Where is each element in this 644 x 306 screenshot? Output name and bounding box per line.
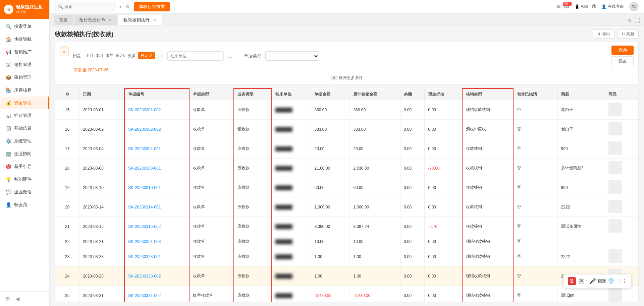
watermark-tshirt-icon[interactable]: 👕 xyxy=(608,278,614,285)
export-button[interactable]: ⬇ 导出 xyxy=(593,29,614,39)
cell-cancel-amount: 20.00 xyxy=(350,139,400,159)
refresh-button[interactable]: ↻ 刷新 xyxy=(617,29,639,39)
sidebar-item-search[interactable]: 🔍搜索菜单 xyxy=(0,20,49,33)
settings-bottom-icon[interactable]: ⚙ xyxy=(5,296,10,302)
doc-no-link[interactable]: SK-20230302-002 xyxy=(128,127,161,132)
tab-fullscreen-icon[interactable]: ⛶ xyxy=(635,18,640,24)
doc-no-link[interactable]: SK-20230315-002 xyxy=(128,224,161,229)
cell-balance: 0.00 xyxy=(400,217,425,236)
expand-line-right xyxy=(364,78,634,78)
doc-no-link[interactable]: SK-20230328-001 xyxy=(128,254,161,259)
logo-text: 畅康道好生意 xyxy=(16,4,42,10)
sidebar-item-guide[interactable]: 🎯新手引导 xyxy=(0,160,49,173)
doc-no-link[interactable]: SK-20230321-003 xyxy=(128,239,161,244)
filter-expand-row[interactable]: ∨ 展开更多条件 xyxy=(60,75,634,81)
cell-date: 2023-03-10 xyxy=(79,178,124,197)
topbar-gear-icon[interactable]: ⚙ xyxy=(125,3,130,10)
tab-prepay[interactable]: 预付款应付单 ✕ xyxy=(74,15,117,25)
doc-no-link[interactable]: SK-20230331-002 xyxy=(128,293,161,298)
cell-date: 2023-03-28 xyxy=(79,247,124,266)
cell-doc-no: SK-20230308-001 xyxy=(124,159,189,178)
sidebar-item-member[interactable]: 👤畅会员 xyxy=(0,198,49,211)
data-table-container: ⚙ 日期 单据编号 单据类型 业务类型 往来单位 单据金额 累计核销金额 余额 … xyxy=(55,88,639,302)
user-avatar[interactable]: Rit xyxy=(629,2,639,11)
cell-biz-type: 应收款 xyxy=(234,139,272,159)
counterparty-dots[interactable]: ... xyxy=(228,53,232,59)
sidebar-item-enterprise-coop[interactable]: 🏢企业协同 xyxy=(0,147,49,160)
cell-doc-no: SK-20230310-001 xyxy=(124,178,189,197)
cell-cancel-amount: 2,030.00 xyxy=(350,159,400,178)
doc-no-link[interactable]: SK-20230314-001 xyxy=(128,205,161,209)
sidebar-item-wechat[interactable]: 💬企业微信 xyxy=(0,186,49,198)
sales-icon: 🛒 xyxy=(5,62,11,68)
th-doc-no: 单据编号 xyxy=(124,88,189,100)
sidebar-item-inventory[interactable]: 🏪库存核算 xyxy=(0,84,49,97)
cell-balance: 0.00 xyxy=(400,159,425,178)
topbar-search-box[interactable]: 🔍 xyxy=(55,2,115,11)
cell-biz-type: 应收款 xyxy=(234,247,272,266)
sidebar-item-basic[interactable]: 📋基础信息 xyxy=(0,122,49,135)
doc-no-link[interactable]: SK-20230301-002 xyxy=(128,108,161,112)
filter-this-month[interactable]: 本月 xyxy=(96,53,104,59)
cell-doc-no: SK-20230304-001 xyxy=(124,139,189,159)
cell-date: 2023-03-01 xyxy=(79,100,124,120)
filter-this-year[interactable]: 本年 xyxy=(106,53,114,59)
th-settings[interactable]: ⚙ xyxy=(55,88,79,100)
finance-icon: 💰 xyxy=(5,100,11,106)
tab-prepay-close[interactable]: ✕ xyxy=(109,18,112,22)
table-row: 24 2023-03-28 SK-20230328-002 收款单 应收款 ██… xyxy=(55,266,638,286)
industry-solution-button[interactable]: 体验行业方案 xyxy=(134,2,170,11)
cell-balance: 0.00 xyxy=(400,139,425,159)
tab-close-all-icon[interactable]: ✕ xyxy=(628,17,632,24)
online-service-link[interactable]: 👤 在线客服 xyxy=(601,4,624,9)
receipt-type-select[interactable] xyxy=(265,51,319,61)
filter-more[interactable]: 更多 xyxy=(128,53,136,59)
tab-receipt-close[interactable]: ✕ xyxy=(153,18,156,22)
watermark-keyboard-icon[interactable]: ⌨ xyxy=(598,278,606,285)
cell-include-settled: 否 xyxy=(513,159,557,178)
tab-receipt-cancel[interactable]: 收款核销执行 ✕ xyxy=(118,15,162,25)
sidebar-item-business[interactable]: 📊经营管理 xyxy=(0,109,49,122)
filter-7days[interactable]: 近7天 xyxy=(116,53,126,59)
doc-no-link[interactable]: SK-20230304-001 xyxy=(128,146,161,151)
doc-no-link[interactable]: SK-20230310-001 xyxy=(128,185,161,190)
th-doc-type: 单据类型 xyxy=(189,88,234,100)
counterparty-input[interactable] xyxy=(167,51,224,61)
cell-cancel-type: 现结收款核销 xyxy=(462,266,513,286)
cell-cancel-amount: 3,387.24 xyxy=(350,217,400,236)
sidebar-item-finance[interactable]: 💰资金管理 xyxy=(0,97,49,109)
watermark-icon-2[interactable]: · xyxy=(586,278,587,285)
cell-cancel-amount: 333.00 xyxy=(350,120,400,139)
watermark-mic-icon[interactable]: 🎤 xyxy=(589,278,596,285)
sidebar-item-system[interactable]: ⚙️系统管理 xyxy=(0,135,49,147)
sidebar-item-purchase[interactable]: 📦采购管理 xyxy=(0,71,49,84)
cell-cancel-amount: 60.00 xyxy=(350,178,400,197)
doc-no-link[interactable]: SK-20230308-001 xyxy=(128,166,161,171)
filter-expand-arrow[interactable]: » xyxy=(60,46,69,56)
sidebar-item-sales[interactable]: 🛒销售管理 xyxy=(0,58,49,71)
collapse-icon[interactable]: ◀ xyxy=(15,296,19,302)
doc-no-link[interactable]: SK-20230328-002 xyxy=(128,274,161,279)
sidebar-item-smart-hw[interactable]: 💡智能硬件 xyxy=(0,173,49,186)
watermark-grid-icon[interactable]: ⋮⋮ xyxy=(616,278,627,285)
logo-text-group: 畅康道好生意 标推版 xyxy=(16,4,42,15)
search-input[interactable] xyxy=(64,4,112,9)
filter-custom-button[interactable]: 自定义 xyxy=(138,52,155,59)
message-button[interactable]: ✉ 消息 99+ xyxy=(556,4,569,9)
settings-button[interactable]: 设置 xyxy=(611,56,634,66)
sidebar-item-quicknav[interactable]: 🏠快捷导航 xyxy=(0,33,49,46)
guide-icon: 🎯 xyxy=(5,164,11,170)
cell-doc-type: 收款单 xyxy=(189,217,234,236)
watermark-icon-1[interactable]: 英 xyxy=(579,278,584,285)
th-cash-discount: 现金折扣 xyxy=(425,88,462,100)
th-amount: 单据金额 xyxy=(311,88,350,100)
member-icon: 👤 xyxy=(5,202,11,208)
filter-last-month[interactable]: 上月 xyxy=(86,53,94,59)
sidebar-item-marketing[interactable]: 📢营销推广 xyxy=(0,46,49,58)
search-chevron-icon[interactable]: ▾ xyxy=(119,4,121,9)
cell-date: 2023-03-28 xyxy=(79,266,124,286)
app-download-link[interactable]: 📱 App下载 xyxy=(575,4,596,9)
cell-counterparty: ██████ xyxy=(272,266,311,286)
tab-home[interactable]: 首页 xyxy=(54,15,73,25)
query-button[interactable]: 查询 xyxy=(611,46,634,55)
